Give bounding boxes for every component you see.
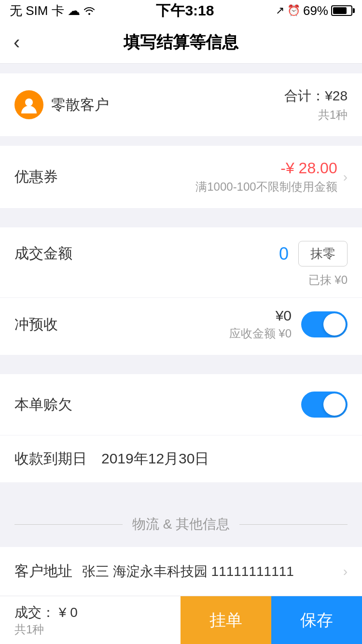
customer-right: 合计：¥28 共1种 bbox=[284, 87, 348, 123]
customer-name: 零散客户 bbox=[51, 95, 109, 115]
logistics-divider-left bbox=[14, 524, 123, 525]
total-count: 共1种 bbox=[284, 107, 348, 123]
transaction-right: 0 抹零 bbox=[279, 241, 348, 266]
battery-percent: 69% bbox=[303, 3, 328, 18]
nav-bar: ‹ 填写结算等信息 bbox=[0, 21, 362, 64]
prereceive-label: 冲预收 bbox=[14, 315, 58, 335]
address-card[interactable]: 客户地址 张三 海淀永丰科技园 11111111111 › bbox=[0, 547, 362, 596]
address-row[interactable]: 客户地址 张三 海淀永丰科技园 11111111111 › bbox=[0, 547, 362, 596]
section-divider-3 bbox=[0, 492, 362, 502]
coupon-note: 满1000-100不限制使用金额 bbox=[195, 179, 337, 195]
save-button[interactable]: 保存 bbox=[271, 596, 362, 644]
coupon-amount: -¥ 28.00 bbox=[195, 159, 337, 177]
transaction-label: 成交金额 bbox=[14, 244, 72, 264]
status-left: 无 SIM 卡 ☁ bbox=[10, 2, 95, 19]
debt-card: 本单赊欠 收款到期日 2019年12月30日 bbox=[0, 374, 362, 482]
bottom-deal-label: 成交： ¥ 0 bbox=[14, 603, 166, 622]
coupon-chevron-icon: › bbox=[343, 169, 348, 185]
alarm-icon: ⏰ bbox=[287, 4, 300, 17]
section-divider-1 bbox=[0, 218, 362, 227]
coupon-label: 优惠券 bbox=[14, 167, 58, 187]
svg-point-0 bbox=[25, 98, 33, 106]
duedate-label: 收款到期日 bbox=[14, 449, 87, 469]
address-label: 客户地址 bbox=[14, 561, 72, 581]
prereceive-toggle[interactable] bbox=[301, 311, 348, 337]
coupon-value-block: -¥ 28.00 满1000-100不限制使用金额 bbox=[195, 159, 337, 195]
coupon-card[interactable]: 优惠券 -¥ 28.00 满1000-100不限制使用金额 › bbox=[0, 146, 362, 208]
customer-card: 零散客户 合计：¥28 共1种 bbox=[0, 73, 362, 136]
transaction-value: 0 bbox=[279, 244, 289, 264]
coupon-row[interactable]: 优惠券 -¥ 28.00 满1000-100不限制使用金额 › bbox=[0, 146, 362, 208]
debt-row: 本单赊欠 bbox=[0, 374, 362, 435]
round-button[interactable]: 抹零 bbox=[298, 241, 348, 266]
status-time: 下午3:18 bbox=[156, 1, 214, 21]
debt-toggle[interactable] bbox=[301, 392, 348, 418]
duedate-value: 2019年12月30日 bbox=[101, 449, 209, 469]
prereceive-row: 冲预收 ¥0 应收金额 ¥0 bbox=[0, 297, 362, 355]
toggle-knob bbox=[323, 313, 346, 336]
transaction-card: 成交金额 0 抹零 已抹 ¥0 冲预收 ¥0 应收金额 ¥0 bbox=[0, 227, 362, 355]
debt-toggle-knob bbox=[323, 393, 346, 416]
total-label: 合计：¥28 bbox=[284, 87, 348, 105]
bottom-bar: 成交： ¥ 0 共1种 挂单 保存 bbox=[0, 596, 362, 644]
address-chevron-icon: › bbox=[343, 564, 348, 579]
logistics-title: 物流 & 其他信息 bbox=[132, 515, 230, 533]
coupon-right: -¥ 28.00 满1000-100不限制使用金额 › bbox=[195, 159, 348, 195]
page-title: 填写结算等信息 bbox=[124, 31, 238, 54]
section-divider-2 bbox=[0, 364, 362, 374]
back-button[interactable]: ‹ bbox=[14, 31, 20, 53]
bottom-summary: 成交： ¥ 0 共1种 bbox=[0, 596, 181, 644]
customer-left: 零散客户 bbox=[14, 90, 109, 119]
prereceive-values: ¥0 应收金额 ¥0 bbox=[229, 308, 292, 341]
status-right: ↗ ⏰ 69% bbox=[276, 3, 352, 18]
prereceive-sub: 应收金额 ¥0 bbox=[229, 326, 292, 341]
bottom-count-label: 共1种 bbox=[14, 622, 166, 637]
sim-label: 无 SIM 卡 ☁ bbox=[10, 2, 80, 19]
logistics-divider-right bbox=[239, 524, 348, 525]
debt-label: 本单赊欠 bbox=[14, 395, 72, 415]
duedate-row: 收款到期日 2019年12月30日 bbox=[0, 435, 362, 482]
hold-button[interactable]: 挂单 bbox=[181, 596, 271, 644]
location-icon: ↗ bbox=[276, 4, 284, 17]
customer-row: 零散客户 合计：¥28 共1种 bbox=[0, 73, 362, 136]
transaction-row: 成交金额 0 抹零 bbox=[0, 227, 362, 272]
prereceive-right: ¥0 应收金额 ¥0 bbox=[229, 308, 348, 341]
wifi-icon bbox=[84, 3, 95, 18]
already-rounded: 已抹 ¥0 bbox=[0, 272, 362, 297]
avatar bbox=[14, 90, 43, 119]
status-bar: 无 SIM 卡 ☁ 下午3:18 ↗ ⏰ 69% bbox=[0, 0, 362, 21]
address-value: 张三 海淀永丰科技园 11111111111 bbox=[82, 562, 334, 581]
logistics-header: 物流 & 其他信息 bbox=[0, 502, 362, 547]
battery-icon bbox=[331, 5, 352, 16]
prereceive-main: ¥0 bbox=[229, 308, 292, 324]
